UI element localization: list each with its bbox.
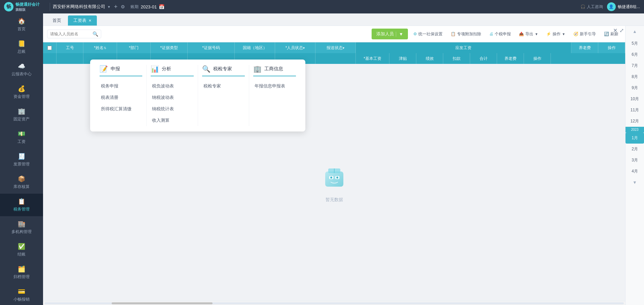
menu-tax-burden[interactable]: 税负波动表 <box>151 80 193 92</box>
user-info[interactable]: 👤 畅捷通B组... <box>607 2 640 11</box>
sidebar-item-fund[interactable]: 💰 资金管理 <box>0 81 43 104</box>
menu-income-tax[interactable]: 所得税汇算清缴 <box>100 103 142 115</box>
popup-sections: 📝 申报 税务申报 税表清册 所得税汇算清缴 📊 分析 税负波动表 <box>96 65 300 126</box>
settle-icon: ✅ <box>18 243 25 250</box>
tax-icon: 📋 <box>18 198 25 205</box>
panel-controls: ✕ ⤢ <box>613 27 624 34</box>
invoice-icon: 🧾 <box>18 153 25 160</box>
panel-expand-button[interactable]: ⤢ <box>619 27 624 34</box>
popup-section-analysis-title: 📊 分析 <box>151 65 193 76</box>
cloud-icon: ☁️ <box>18 63 25 70</box>
menu-tax-flow[interactable]: 纳税波动表 <box>151 92 193 103</box>
tab-home[interactable]: 首页 <box>47 15 67 26</box>
sidebar-item-xiaochang[interactable]: 💳 小畅报销 <box>0 284 43 305</box>
sidebar-label-xiaochang: 小畅报销 <box>13 297 30 302</box>
sidebar-label-fund: 资金管理 <box>13 94 30 100</box>
headset-icon: 🎧 <box>580 4 585 9</box>
sidebar-item-ledger[interactable]: 📒 总账 <box>0 36 43 59</box>
sidebar-item-home[interactable]: 🏠 首页 <box>0 13 43 36</box>
sidebar-label-tax: 税务管理 <box>13 206 30 212</box>
sidebar-label-ledger: 总账 <box>17 49 26 54</box>
period-label: 账期 <box>130 4 139 10</box>
expert-title-label: 税检专家 <box>213 66 232 72</box>
sidebar-item-tax[interactable]: 📋 税务管理 <box>0 194 43 216</box>
sidebar: 🏠 首页 📒 总账 ☁️ 云报表中心 💰 资金管理 🏢 固定资产 💵 工资 🧾 … <box>0 13 43 305</box>
menu-income-calc[interactable]: 收入测算 <box>151 115 193 126</box>
sidebar-label-home: 首页 <box>17 26 26 32</box>
sidebar-item-archive[interactable]: 🗂️ 归档管理 <box>0 261 43 284</box>
topbar-right: 🎧 人工咨询 👤 畅捷通B组... <box>580 2 640 11</box>
sidebar-item-multi[interactable]: 🏬 多机构管理 <box>0 216 43 239</box>
popup-section-biz-title: 🏢 工商信息 <box>253 65 296 76</box>
main-layout: 🏠 首页 📒 总账 ☁️ 云报表中心 💰 资金管理 🏢 固定资产 💵 工资 🧾 … <box>0 13 644 305</box>
sidebar-label-multi: 多机构管理 <box>11 229 32 235</box>
popup-section-shenb: 📝 申报 税务申报 税表清册 所得税汇算清缴 <box>96 65 147 126</box>
tab-salary-label: 工资表 <box>73 17 86 24</box>
app-name: 畅捷通好会计 <box>15 2 40 7</box>
user-avatar: 👤 <box>607 2 616 11</box>
logo-icon: 畅 <box>4 2 13 11</box>
menu-annual-report[interactable]: 年报信息申报表 <box>253 80 296 92</box>
top-bar: 畅 畅捷通好会计 旗舰版 西安虾米网络科技有限公司 ▼ + ⚙ 账期 2023-… <box>0 0 644 13</box>
analysis-icon: 📊 <box>151 65 159 73</box>
company-dropdown-arrow[interactable]: ▼ <box>107 5 111 9</box>
fund-icon: 💰 <box>18 85 25 92</box>
sidebar-label-archive: 归档管理 <box>13 274 30 280</box>
sidebar-item-invoice[interactable]: 🧾 发票管理 <box>0 149 43 171</box>
multi-icon: 🏬 <box>18 220 25 228</box>
sidebar-label-assets: 固定资产 <box>13 116 30 122</box>
home-icon: 🏠 <box>18 17 25 25</box>
sidebar-item-inventory[interactable]: 📦 库存核算 <box>0 171 43 194</box>
menu-tax-declare[interactable]: 税务申报 <box>100 80 142 92</box>
tab-close-button[interactable]: ✕ <box>88 18 91 23</box>
tab-bar: 首页 工资表 ✕ <box>43 13 644 26</box>
sidebar-item-cloud[interactable]: ☁️ 云报表中心 <box>0 59 43 81</box>
period-value: 2023-01 <box>141 4 157 9</box>
dropdown-popup: 📝 申报 税务申报 税表清册 所得税汇算清缴 📊 分析 税负波动表 <box>90 60 305 131</box>
biz-title-label: 工商信息 <box>264 66 283 72</box>
app-logo: 畅 畅捷通好会计 旗舰版 <box>4 2 47 12</box>
add-company-button[interactable]: + <box>114 3 118 10</box>
analysis-title-label: 分析 <box>162 66 171 72</box>
assets-icon: 🏢 <box>18 108 25 115</box>
menu-tax-stat[interactable]: 纳税统计表 <box>151 103 193 115</box>
popup-section-biz: 🏢 工商信息 年报信息申报表 <box>249 65 300 126</box>
menu-tax-check-expert[interactable]: 税检专家 <box>202 80 245 92</box>
sidebar-label-inventory: 库存核算 <box>13 184 30 190</box>
popup-section-expert-title: 🔍 税检专家 <box>202 65 245 76</box>
popup-section-shenb-title: 📝 申报 <box>100 65 142 76</box>
panel-close-button[interactable]: ✕ <box>613 27 617 34</box>
tab-home-label: 首页 <box>52 18 61 23</box>
content-area: 首页 工资表 ✕ 🔍 添加人员 ▼ <box>43 13 644 305</box>
shenb-icon: 📝 <box>100 65 108 73</box>
popup-section-expert: 🔍 税检专家 税检专家 <box>198 65 249 126</box>
salary-icon: 💵 <box>18 130 25 138</box>
page-content: 🔍 添加人员 ▼ ⚙ 统一社保设置 📋 专项附加扣除 <box>43 26 644 305</box>
company-name: 西安虾米网络科技有限公司 <box>53 4 105 10</box>
ledger-icon: 📒 <box>18 40 25 47</box>
period-calendar-icon[interactable]: 📅 <box>159 4 164 9</box>
sidebar-item-settle[interactable]: ✅ 结账 <box>0 239 43 261</box>
sidebar-item-assets[interactable]: 🏢 固定资产 <box>0 104 43 126</box>
menu-tax-clearance[interactable]: 税表清册 <box>100 92 142 103</box>
sidebar-label-cloud: 云报表中心 <box>11 71 32 77</box>
biz-icon: 🏢 <box>253 65 262 73</box>
shenb-title-label: 申报 <box>111 66 120 72</box>
tab-salary[interactable]: 工资表 ✕ <box>68 15 97 26</box>
sidebar-label-settle: 结账 <box>17 252 26 257</box>
sidebar-item-salary[interactable]: 💵 工资 <box>0 126 43 149</box>
service-button[interactable]: 🎧 人工咨询 <box>580 4 603 10</box>
app-version: 旗舰版 <box>15 7 40 12</box>
expert-icon: 🔍 <box>202 65 211 73</box>
sidebar-label-invoice: 发票管理 <box>13 161 30 167</box>
settings-icon[interactable]: ⚙ <box>121 4 125 9</box>
popup-section-analysis: 📊 分析 税负波动表 纳税波动表 纳税统计表 收入测算 <box>147 65 198 126</box>
inventory-icon: 📦 <box>18 175 25 183</box>
archive-icon: 🗂️ <box>18 265 25 273</box>
company-selector[interactable]: 西安虾米网络科技有限公司 ▼ <box>53 4 111 10</box>
user-name: 畅捷通B组... <box>618 4 640 10</box>
sidebar-label-salary: 工资 <box>17 139 26 145</box>
xiaochang-icon: 💳 <box>18 288 25 295</box>
